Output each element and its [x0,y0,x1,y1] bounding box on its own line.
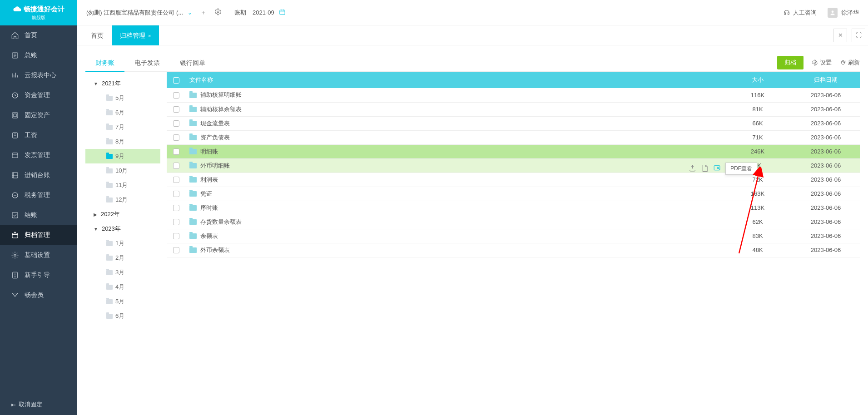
file-date: 2023-06-06 [792,215,860,229]
tree-year-2023[interactable]: ▼2023年 [85,222,160,236]
folder-icon [106,198,113,203]
row-checkbox[interactable] [173,134,179,141]
folder-icon [106,168,113,173]
row-checkbox[interactable] [173,106,179,113]
tree-month-label: 7月 [115,123,124,131]
sidebar-item-5[interactable]: 工资 [0,125,77,145]
tree-month[interactable]: 10月 [85,163,160,178]
tree-month[interactable]: 11月 [85,178,160,193]
add-company-button[interactable]: ＋ [200,9,206,17]
table-row[interactable]: 现金流量表66K2023-06-06 [167,116,860,130]
file-name: 资产负债表 [200,134,230,141]
tree-month-label: 6月 [115,109,124,117]
row-checkbox[interactable] [173,233,179,239]
tree-month[interactable]: 9月 [85,149,160,163]
table-row[interactable]: 外币余额表48K2023-06-06 [167,243,860,257]
sidebar-item-13[interactable]: 畅会员 [0,285,77,305]
tree-month[interactable]: 5月 [85,91,160,105]
row-checkbox[interactable] [173,92,179,99]
subtab-finance[interactable]: 财务账 [85,54,124,72]
row-checkbox[interactable] [173,219,179,225]
tree-month[interactable]: 6月 [85,105,160,120]
tree-month[interactable]: 4月 [85,280,160,294]
row-checkbox[interactable] [173,247,179,253]
tab-archive-management[interactable]: 归档管理× [112,25,159,45]
col-date: 归档日期 [792,72,860,88]
sidebar-icon [11,131,19,139]
close-icon[interactable]: × [148,33,151,39]
table-row[interactable]: 存货数量余额表62K2023-06-06 [167,215,860,229]
tree-month[interactable]: 12月 [85,193,160,207]
pdf-view-icon[interactable] [713,164,721,172]
period-value[interactable]: 2021-09 [253,9,274,16]
folder-icon [189,177,197,183]
tree-month[interactable]: 7月 [85,120,160,134]
sidebar-item-12[interactable]: 新手引导 [0,265,77,285]
sidebar-item-label: 总账 [25,51,37,59]
archive-button[interactable]: 归档 [777,56,804,69]
sidebar-item-3[interactable]: 资金管理 [0,85,77,105]
sidebar-item-4[interactable]: 固定资产 [0,105,77,125]
sidebar-item-1[interactable]: 总账 [0,45,77,65]
tree-month[interactable]: 8月 [85,134,160,149]
sidebar-item-10[interactable]: 归档管理 [0,225,77,245]
tree-month[interactable]: 6月 [85,309,160,323]
file-name: 序时账 [200,204,218,211]
svg-rect-5 [12,153,18,158]
sidebar-item-0[interactable]: 首页 [0,25,77,45]
sidebar-item-2[interactable]: 云报表中心 [0,65,77,85]
file-name: 辅助核算明细账 [200,91,242,98]
refresh-link[interactable]: 刷新 [840,59,860,67]
sidebar-item-label: 首页 [25,31,37,40]
sidebar-item-6[interactable]: 发票管理 [0,145,77,165]
tree-month[interactable]: 3月 [85,265,160,280]
file-size: 62K [724,215,792,229]
table-row[interactable]: 序时账113K2023-06-06 [167,201,860,215]
row-checkbox[interactable] [173,120,179,127]
subtab-einvoice[interactable]: 电子发票 [124,54,170,72]
support-link[interactable]: 人工咨询 [783,9,817,17]
export-icon[interactable] [689,164,696,172]
folder-icon [106,256,113,261]
row-checkbox[interactable] [173,205,179,211]
row-checkbox[interactable] [173,148,179,155]
subtab-bankreceipt[interactable]: 银行回单 [170,54,215,72]
file-size: 83K [724,229,792,243]
company-settings-button[interactable] [214,8,222,17]
tree-month[interactable]: 2月 [85,251,160,265]
tree-month-label: 11月 [115,181,128,189]
table-row[interactable]: 辅助核算余额表81K2023-06-06 [167,102,860,116]
row-checkbox[interactable] [173,191,179,197]
company-selector[interactable]: (勿删) 江西服宝精品有限责任公司 (... ⌄ [86,9,192,17]
close-all-button[interactable]: ✕ [833,29,847,42]
sidebar-item-8[interactable]: 税务管理 [0,185,77,205]
select-all-checkbox[interactable] [173,77,179,84]
table-row[interactable]: 辅助核算明细账116K2023-06-06 [167,88,860,102]
file-date: 2023-06-06 [792,173,860,187]
tree-month-label: 4月 [115,283,124,291]
table-row[interactable]: 明细账246K2023-06-06 [167,144,860,158]
folder-icon [106,270,113,275]
tree-year-2021[interactable]: ▼2021年 [85,76,160,91]
user-menu[interactable]: 徐泽华 [828,8,859,18]
table-row[interactable]: 资产负债表71K2023-06-06 [167,130,860,144]
sidebar-item-7[interactable]: 进销台账 [0,165,77,185]
row-checkbox[interactable] [173,163,179,169]
content-area: 财务账 电子发票 银行回单 归档 设置 刷新 ▼2021年 5月6月7月8月9月… [77,45,868,415]
table-row[interactable]: 凭证163K2023-06-06 [167,187,860,201]
tree-year-2022[interactable]: ▶2022年 [85,207,160,222]
table-row[interactable]: 余额表83K2023-06-06 [167,229,860,243]
sidebar-unpin[interactable]: ⇤ 取消固定 [0,394,77,415]
row-checkbox[interactable] [173,177,179,183]
sidebar-item-11[interactable]: 基础设置 [0,245,77,265]
fullscreen-button[interactable]: ⛶ [852,29,865,42]
sidebar-item-9[interactable]: 结账 [0,205,77,225]
tab-home[interactable]: 首页 [83,25,112,45]
tree-month[interactable]: 5月 [85,294,160,309]
brand-logo: 畅捷通好会计 旗舰版 [0,0,77,25]
tree-month[interactable]: 1月 [85,236,160,251]
sidebar-icon [11,191,19,199]
calendar-icon[interactable] [279,9,286,17]
pdf-icon[interactable] [701,164,709,172]
settings-link[interactable]: 设置 [812,59,832,67]
